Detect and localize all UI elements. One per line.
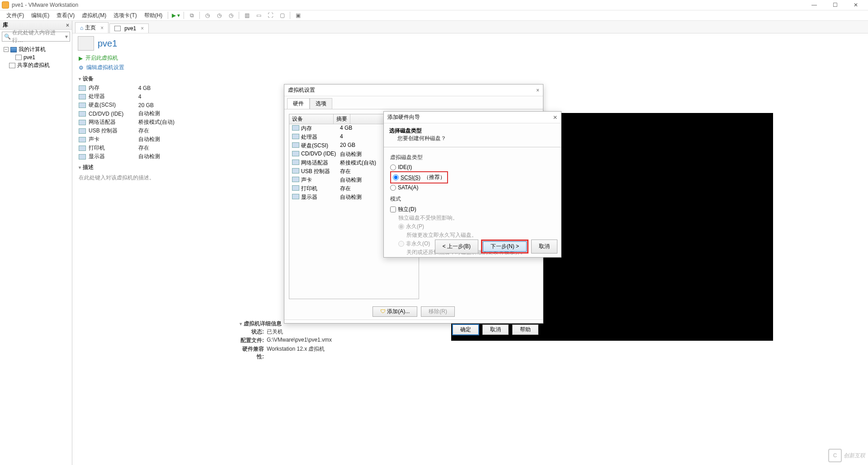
device-value: 桥接模式(自动): [138, 118, 175, 126]
vm-header: pve1: [72, 33, 868, 53]
col-summary: 摘要: [334, 114, 350, 124]
radio-scsi[interactable]: SCSI(S) （推荐）: [393, 173, 445, 182]
radio-permanent: 永久(P): [390, 222, 555, 231]
menu-file[interactable]: 文件(F): [3, 11, 28, 20]
device-value: 自动检测: [138, 153, 160, 160]
menu-edit[interactable]: 编辑(E): [28, 11, 53, 20]
device-value: 20 GB: [340, 142, 355, 150]
device-label: 打印机: [89, 144, 138, 152]
radio-ide[interactable]: IDE(I): [390, 163, 555, 171]
clock1-icon[interactable]: ◷: [203, 11, 212, 20]
search-placeholder: 在此处键入内容进行…: [12, 29, 65, 44]
library-icon[interactable]: ▣: [293, 11, 302, 20]
check-label: 独立(D): [398, 206, 416, 213]
minimize-button[interactable]: —: [804, 0, 825, 10]
device-label: 内存: [89, 84, 138, 92]
tab-label: 主页: [85, 24, 96, 32]
device-label: 硬盘(SCSI): [89, 101, 138, 109]
col-device: 设备: [289, 114, 334, 124]
device-icon: [292, 194, 299, 199]
detail-key: 配置文件:: [240, 337, 267, 344]
edit-vm-link[interactable]: ⚙ 编辑虚拟机设置: [72, 63, 868, 72]
device-icon: [292, 134, 299, 139]
radio-label: SATA(A): [398, 184, 419, 191]
close-button[interactable]: ✕: [845, 0, 866, 10]
device-value: 自动检测: [340, 176, 362, 184]
start-vm-link[interactable]: ▶ 开启此虚拟机: [72, 53, 868, 63]
cancel-button[interactable]: 取消: [531, 240, 557, 254]
tree-node-shared[interactable]: 共享的虚拟机: [1, 61, 71, 70]
detail-key: 硬件兼容性:: [240, 345, 267, 361]
watermark-text: 创新互联: [844, 452, 865, 460]
window-title: pve1 - VMware Workstation: [12, 2, 78, 8]
play-icon[interactable]: ▶ ▾: [171, 11, 180, 20]
dialog-title: 添加硬件向导 ✕: [384, 112, 561, 123]
layout1-icon[interactable]: ▥: [242, 11, 251, 20]
dialog-tabs: 硬件 选项: [284, 96, 543, 109]
watermark-logo-icon: C: [828, 449, 842, 462]
device-value: 20 GB: [138, 102, 154, 108]
detail-value: Workstation 12.x 虚拟机: [267, 345, 325, 361]
tab-home[interactable]: ⌂ 主页 ×: [75, 22, 108, 33]
device-label: USB 控制器: [89, 127, 138, 135]
chevron-down-icon[interactable]: ▾: [65, 33, 68, 40]
check-independent[interactable]: 独立(D): [390, 205, 555, 214]
back-button[interactable]: < 上一步(B): [435, 240, 478, 254]
menu-vm[interactable]: 虚拟机(M): [78, 11, 110, 20]
tree-label: pve1: [24, 54, 35, 61]
ok-button[interactable]: 确定: [453, 324, 479, 335]
unity-icon[interactable]: ▢: [278, 11, 287, 20]
clock3-icon[interactable]: ◷: [226, 11, 236, 20]
tab-options[interactable]: 选项: [310, 98, 332, 109]
close-icon[interactable]: ✕: [553, 114, 557, 121]
tree-label: 共享的虚拟机: [17, 61, 50, 69]
device-label: 声卡: [301, 176, 340, 184]
sidebar-header: 库 ×: [0, 21, 72, 30]
menu-help[interactable]: 帮助(H): [141, 11, 166, 20]
device-label: 打印机: [301, 185, 340, 193]
search-input[interactable]: 🔍 在此处键入内容进行… ▾: [2, 32, 70, 42]
next-button[interactable]: 下一步(N) >: [483, 241, 527, 252]
help-button[interactable]: 帮助: [512, 324, 538, 335]
titlebar: pve1 - VMware Workstation — ☐ ✕: [0, 0, 868, 10]
menu-tabs[interactable]: 选项卡(T): [110, 11, 140, 20]
device-label: CD/DVD (IDE): [301, 150, 340, 158]
device-label: 网络适配器: [301, 159, 340, 167]
content-area: ⌂ 主页 × pve1 × pve1 ▶ 开启此虚拟机 ⚙ 编辑虚拟机设置: [72, 21, 868, 465]
tabs-row: ⌂ 主页 × pve1 ×: [72, 21, 868, 33]
radio-sata[interactable]: SATA(A): [390, 183, 555, 192]
section-devices[interactable]: 设备: [72, 72, 868, 84]
device-value: 自动检测: [340, 150, 362, 158]
snapshot-icon[interactable]: ⧉: [187, 11, 196, 20]
tab-hardware[interactable]: 硬件: [287, 98, 310, 109]
remove-button: 移除(R): [421, 306, 455, 317]
device-label: 声卡: [89, 136, 138, 143]
tree-node-mycomputer[interactable]: − 我的计算机: [1, 45, 71, 54]
layout2-icon[interactable]: ▭: [254, 11, 263, 20]
tab-pve1[interactable]: pve1 ×: [109, 23, 149, 33]
menu-view[interactable]: 查看(V): [53, 11, 78, 20]
add-button[interactable]: 🛡 添加(A)...: [373, 306, 417, 317]
close-icon[interactable]: ×: [536, 87, 539, 94]
close-icon[interactable]: ×: [100, 25, 104, 31]
maximize-button[interactable]: ☐: [825, 0, 845, 10]
device-icon: [292, 151, 299, 156]
device-value: 存在: [340, 168, 351, 175]
device-icon: [79, 128, 86, 134]
device-value: 存在: [138, 127, 149, 135]
sidebar-close-icon[interactable]: ×: [66, 22, 69, 28]
clock2-icon[interactable]: ◷: [215, 11, 224, 20]
play-icon: ▶: [79, 55, 83, 61]
cancel-button[interactable]: 取消: [482, 324, 509, 335]
device-value: 4 GB: [340, 125, 352, 132]
link-label: 开启此虚拟机: [85, 54, 118, 62]
fullscreen-icon[interactable]: ⛶: [266, 11, 275, 20]
detail-key: 状态:: [240, 328, 267, 336]
tree-node-pve1[interactable]: pve1: [1, 54, 71, 61]
radio-label: SCSI(S): [401, 174, 420, 181]
sidebar: 库 × 🔍 在此处键入内容进行… ▾ − 我的计算机 pve1 共享的虚拟机: [0, 21, 72, 465]
device-value: 4: [340, 133, 343, 141]
close-icon[interactable]: ×: [141, 25, 144, 32]
search-icon: 🔍: [4, 33, 11, 40]
device-value: 4 GB: [138, 85, 151, 91]
